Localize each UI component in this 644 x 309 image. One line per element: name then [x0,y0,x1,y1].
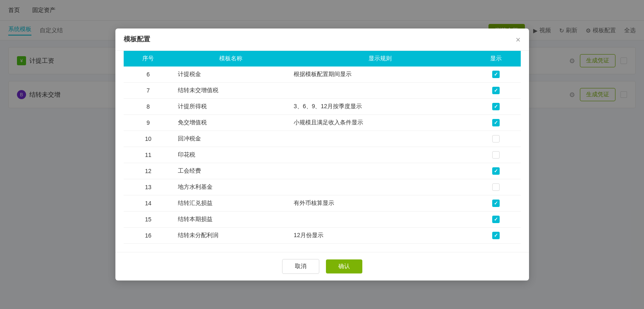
row-id-14: 14 [124,195,173,212]
table-row: 15结转本期损益 [124,212,521,228]
table-body: 6计提税金根据模板配置期间显示7结转未交增值税8计提所得税3、6、9、12月按季… [124,67,521,244]
row-check-11[interactable] [471,147,520,163]
row-rule-10 [289,131,471,147]
row-id-8: 8 [124,99,173,115]
checkbox-checked-8[interactable] [492,103,500,110]
row-name-13: 地方水利基金 [173,179,289,195]
table-row: 13地方水利基金 [124,179,521,195]
row-id-12: 12 [124,163,173,179]
row-check-15[interactable] [471,212,520,228]
row-id-9: 9 [124,115,173,131]
table-row: 9免交增值税小规模且满足收入条件显示 [124,115,521,131]
row-rule-15 [289,212,471,228]
table-row: 16结转未分配利润12月份显示 [124,228,521,244]
modal-header: 模板配置 × [115,29,529,51]
confirm-button[interactable]: 确认 [326,259,362,273]
row-check-16[interactable] [471,228,520,244]
modal-title: 模板配置 [124,35,150,44]
checkbox-checked-15[interactable] [492,216,500,223]
row-name-14: 结转汇兑损益 [173,195,289,212]
table-row: 12工会经费 [124,163,521,179]
row-id-6: 6 [124,67,173,83]
modal-template-config: 模板配置 × 序号 模板名称 显示规则 显示 6计提税金根据模板配置期间显示7结… [115,29,529,280]
row-rule-7 [289,83,471,99]
col-header-show: 显示 [471,51,520,67]
table-row: 8计提所得税3、6、9、12月按季度显示 [124,99,521,115]
row-check-6[interactable] [471,67,520,83]
row-name-7: 结转未交增值税 [173,83,289,99]
row-name-15: 结转本期损益 [173,212,289,228]
table-header-row: 序号 模板名称 显示规则 显示 [124,51,521,67]
row-name-9: 免交增值税 [173,115,289,131]
row-rule-13 [289,179,471,195]
row-name-8: 计提所得税 [173,99,289,115]
config-table: 序号 模板名称 显示规则 显示 6计提税金根据模板配置期间显示7结转未交增值税8… [124,51,521,244]
row-check-9[interactable] [471,115,520,131]
row-name-10: 回冲税金 [173,131,289,147]
checkbox-checked-16[interactable] [492,232,500,239]
row-name-11: 印花税 [173,147,289,163]
row-id-10: 10 [124,131,173,147]
row-check-14[interactable] [471,195,520,212]
row-name-16: 结转未分配利润 [173,228,289,244]
row-rule-12 [289,163,471,179]
row-id-13: 13 [124,179,173,195]
table-row: 6计提税金根据模板配置期间显示 [124,67,521,83]
row-check-8[interactable] [471,99,520,115]
row-id-16: 16 [124,228,173,244]
col-header-rule: 显示规则 [289,51,471,67]
row-rule-8: 3、6、9、12月按季度显示 [289,99,471,115]
checkbox-checked-12[interactable] [492,167,500,175]
checkbox-checked-14[interactable] [492,200,500,207]
row-name-6: 计提税金 [173,67,289,83]
row-rule-9: 小规模且满足收入条件显示 [289,115,471,131]
checkbox-checked-9[interactable] [492,119,500,126]
row-rule-11 [289,147,471,163]
checkbox-unchecked-10[interactable] [492,135,500,143]
checkbox-unchecked-13[interactable] [492,183,500,191]
table-row: 11印花税 [124,147,521,163]
checkbox-checked-7[interactable] [492,87,500,94]
row-check-7[interactable] [471,83,520,99]
row-rule-16: 12月份显示 [289,228,471,244]
table-row: 10回冲税金 [124,131,521,147]
row-rule-14: 有外币核算显示 [289,195,471,212]
row-check-13[interactable] [471,179,520,195]
col-header-name: 模板名称 [173,51,289,67]
modal-overlay: 模板配置 × 序号 模板名称 显示规则 显示 6计提税金根据模板配置期间显示7结… [0,0,644,309]
row-name-12: 工会经费 [173,163,289,179]
cancel-button[interactable]: 取消 [282,259,319,274]
checkbox-checked-6[interactable] [492,71,500,78]
table-row: 14结转汇兑损益有外币核算显示 [124,195,521,212]
table-row: 7结转未交增值税 [124,83,521,99]
modal-footer: 取消 确认 [115,252,529,280]
modal-close-button[interactable]: × [516,36,521,44]
row-check-10[interactable] [471,131,520,147]
checkbox-unchecked-11[interactable] [492,151,500,159]
row-rule-6: 根据模板配置期间显示 [289,67,471,83]
modal-body: 序号 模板名称 显示规则 显示 6计提税金根据模板配置期间显示7结转未交增值税8… [115,51,529,252]
row-id-11: 11 [124,147,173,163]
row-id-7: 7 [124,83,173,99]
row-check-12[interactable] [471,163,520,179]
table-head: 序号 模板名称 显示规则 显示 [124,51,521,67]
col-header-id: 序号 [124,51,173,67]
row-id-15: 15 [124,212,173,228]
